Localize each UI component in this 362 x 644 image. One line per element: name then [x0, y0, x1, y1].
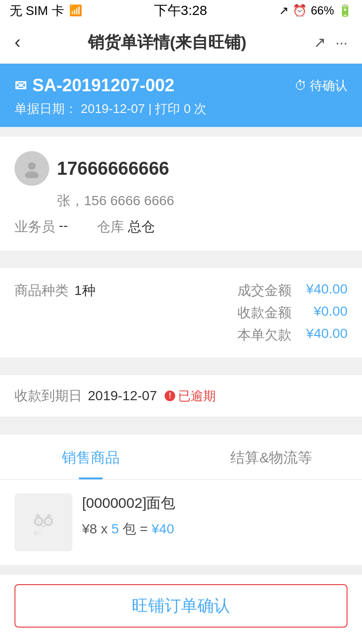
received-amount-value: ¥0.00 [299, 304, 348, 322]
due-date-label: 收款到期日 [14, 387, 82, 405]
order-id: ✉ SA-20191207-002 [14, 75, 174, 96]
deal-amount-label: 成交金额 [237, 281, 292, 300]
overdue-dot: ! [165, 391, 175, 401]
received-amount-row: 收款金额 ¥0.00 [237, 304, 348, 322]
print-label: 打印 [155, 101, 180, 116]
salesperson-label: 业务员 [14, 218, 55, 236]
tab-settlement-logistics[interactable]: 结算&物流等 [181, 434, 362, 479]
product-unit: 包 [123, 521, 136, 536]
divider-2 [0, 251, 362, 259]
status-bar-time: 下午3:28 [154, 1, 208, 20]
product-type-info: 商品种类 1种 [14, 281, 96, 300]
customer-phone: 17666666666 [57, 158, 169, 179]
warehouse-value: 总仓 [128, 218, 155, 236]
order-id-text: SA-20191207-002 [32, 75, 174, 96]
battery-icon: 🔋 [338, 4, 352, 17]
multiply-sign: x [101, 521, 111, 536]
carrier-label: 无 SIM 卡 [10, 2, 64, 19]
svg-point-6 [38, 520, 40, 522]
divider-1 [0, 127, 362, 136]
product-type-value: 1种 [74, 281, 96, 300]
meta-date-value: 2019-12-07 [81, 101, 145, 116]
meta-date-label: 单据日期： [14, 101, 77, 116]
status-bar-left: 无 SIM 卡 📶 [10, 2, 82, 19]
product-type-label: 商品种类 [14, 281, 69, 300]
bottom-action-bar: 旺铺订单确认 [0, 574, 362, 644]
product-price: ¥8 x 5 包 = ¥40 [82, 520, 348, 538]
more-icon[interactable]: ··· [335, 34, 348, 51]
deal-amount-value: ¥40.00 [299, 281, 348, 300]
status-bar-right: ↗ ⏰ 66% 🔋 [279, 4, 352, 17]
product-thumbnail: 野+ [14, 493, 72, 551]
customer-avatar [14, 151, 49, 186]
wifi-icon: 📶 [69, 4, 82, 17]
product-total: ¥40 [152, 521, 174, 536]
share-icon[interactable]: ↗ [314, 34, 326, 51]
customer-section: 17666666666 张，156 6666 6666 业务员 -- 仓库 总仓 [0, 137, 362, 251]
warehouse-item: 仓库 总仓 [97, 218, 155, 236]
order-header-banner: ✉ SA-20191207-002 ⏱ 待确认 单据日期： 2019-12-07… [0, 64, 362, 127]
product-name: [0000002]面包 [82, 493, 348, 513]
customer-meta: 业务员 -- 仓库 总仓 [14, 218, 348, 236]
order-icon: ✉ [14, 77, 27, 94]
confirm-order-button[interactable]: 旺铺订单确认 [14, 584, 348, 628]
deal-amount-row: 成交金额 ¥40.00 [237, 281, 348, 300]
arrears-amount-label: 本单欠款 [237, 326, 292, 344]
print-unit: 次 [194, 101, 207, 116]
amount-summary: 成交金额 ¥40.00 收款金额 ¥0.00 本单欠款 ¥40.00 [237, 281, 348, 344]
product-qty: 5 [111, 521, 119, 536]
nav-actions: ↗ ··· [314, 34, 348, 51]
back-button[interactable]: ‹ [14, 32, 21, 53]
svg-point-1 [25, 171, 39, 178]
location-icon: ↗ [279, 4, 289, 17]
tab-sales-products[interactable]: 销售商品 [0, 434, 181, 479]
status-text: 待确认 [310, 77, 348, 94]
svg-point-0 [28, 162, 36, 170]
warehouse-label: 仓库 [97, 218, 124, 236]
navigation-bar: ‹ 销货单详情(来自旺铺) ↗ ··· [0, 21, 362, 64]
svg-text:野+: 野+ [34, 531, 42, 536]
salesperson-value: -- [59, 218, 68, 236]
divider-3 [0, 358, 362, 366]
unit-price: ¥8 [82, 521, 97, 536]
tabs-section: 销售商品 结算&物流等 [0, 434, 362, 565]
salesperson-item: 业务员 -- [14, 218, 68, 236]
battery-label: 66% [311, 4, 334, 17]
svg-point-7 [47, 520, 49, 522]
tabs-header: 销售商品 结算&物流等 [0, 434, 362, 480]
order-status: ⏱ 待确认 [294, 77, 348, 94]
status-clock-icon: ⏱ [294, 78, 307, 93]
due-date-section: 收款到期日 2019-12-07 ! 已逾期 [0, 375, 362, 417]
product-item: 野+ [0000002]面包 ¥8 x 5 包 = ¥40 [0, 480, 362, 565]
divider-4 [0, 417, 362, 426]
status-bar: 无 SIM 卡 📶 下午3:28 ↗ ⏰ 66% 🔋 [0, 0, 362, 21]
received-amount-label: 收款金额 [237, 304, 292, 322]
arrears-amount-row: 本单欠款 ¥40.00 [237, 326, 348, 344]
overdue-text: 已逾期 [178, 388, 216, 405]
summary-section: 商品种类 1种 成交金额 ¥40.00 收款金额 ¥0.00 本单欠款 ¥40.… [0, 268, 362, 358]
overdue-badge: ! 已逾期 [165, 388, 216, 405]
print-count: 0 [184, 101, 191, 116]
order-meta: 单据日期： 2019-12-07 | 打印 0 次 [14, 100, 348, 117]
arrears-amount-value: ¥40.00 [299, 326, 348, 344]
equals-sign: = [140, 521, 152, 536]
alarm-icon: ⏰ [292, 4, 307, 17]
page-title: 销货单详情(来自旺铺) [88, 31, 247, 54]
product-info: [0000002]面包 ¥8 x 5 包 = ¥40 [82, 493, 348, 538]
customer-sub-info: 张，156 6666 6666 [14, 192, 348, 210]
meta-separator: | [148, 101, 155, 116]
due-date-value: 2019-12-07 [88, 388, 157, 404]
product-list: 野+ [0000002]面包 ¥8 x 5 包 = ¥40 [0, 480, 362, 565]
